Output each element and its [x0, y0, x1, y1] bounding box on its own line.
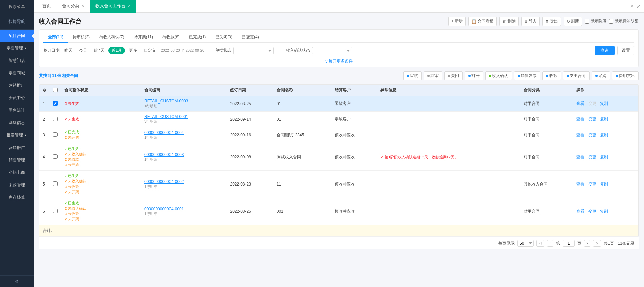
action-btn-purchase[interactable]: 采购 — [592, 71, 610, 80]
contract-code-link-1[interactable]: RETAIL_CUSTOM-0001 — [144, 114, 188, 119]
action-btn-review[interactable]: 审核 — [403, 71, 422, 80]
sidebar-nav-label[interactable]: 快捷导航 — [0, 17, 34, 27]
tab-close-contract-category[interactable]: ✕ — [81, 4, 84, 8]
tab-home[interactable]: 首页 — [37, 0, 56, 13]
refresh-button[interactable]: ↻ 刷新 — [564, 17, 582, 26]
sidebar-settings[interactable]: ⚙ — [0, 275, 34, 287]
action-变更-4[interactable]: 变更 — [588, 181, 596, 187]
row-checkbox-2[interactable] — [53, 132, 58, 137]
contract-code-link-0[interactable]: RETAIL_CUSTOM-0003 — [144, 99, 188, 104]
sidebar-item-retail-stat[interactable]: 零售统计 — [0, 104, 34, 117]
import-button[interactable]: ⬇ 导入 — [521, 17, 540, 26]
action-btn-collection[interactable]: 收款 — [542, 71, 561, 80]
sidebar-item-project[interactable]: 项目合同 — [0, 30, 34, 42]
row-checkbox-0[interactable] — [53, 101, 58, 106]
action-变更-2[interactable]: 变更 — [588, 132, 596, 138]
contract-code-link-5[interactable]: 0000000000004-0001 — [144, 207, 184, 211]
sidebar-item-marketing[interactable]: 营销推广 — [0, 79, 34, 92]
action-btn-expense-out[interactable]: 支出合同 — [563, 71, 590, 80]
date-option-last1month[interactable]: 近1月 — [108, 47, 125, 54]
action-变更-3[interactable]: 变更 — [588, 154, 596, 160]
date-option-today[interactable]: 今天 — [76, 47, 90, 54]
sidebar-search[interactable]: 搜索菜单 — [0, 0, 34, 14]
action-btn-income-confirm[interactable]: 收入确认 — [485, 71, 512, 80]
filter-tab-pending-confirm[interactable]: 待收入确认(7) — [94, 32, 129, 43]
show-details-checkbox[interactable]: 显示标的明细 — [609, 18, 639, 24]
per-page-select[interactable]: 102050100 — [517, 240, 534, 247]
income-confirm-select[interactable] — [312, 47, 352, 54]
action-复制-5[interactable]: 复制 — [600, 209, 608, 214]
window-close-icon[interactable]: ✕ — [630, 4, 634, 9]
tab-contract-category[interactable]: 合同分类✕ — [56, 0, 90, 13]
contract-code-link-2[interactable]: 0000000000004-0004 — [144, 130, 184, 135]
doc-status-select[interactable] — [233, 47, 274, 54]
contract-panel-button[interactable]: 📋 合同看板 — [468, 17, 497, 26]
sidebar-item-member[interactable]: 会员中心 — [0, 92, 34, 104]
sidebar-item-purchase[interactable]: 采购管理 — [0, 179, 34, 191]
action-复制-2[interactable]: 复制 — [600, 132, 608, 138]
row-code: RETAIL_CUSTOM-00013行明细 — [141, 112, 227, 127]
action-查看-1[interactable]: 查看 — [576, 116, 584, 122]
action-变更-5[interactable]: 变更 — [588, 209, 596, 214]
sidebar-item-basic-info[interactable]: 基础信息 — [0, 117, 34, 129]
action-btn-print[interactable]: 打开 — [465, 71, 483, 80]
tab-income-workbench[interactable]: 收入合同工作台✕ — [90, 0, 136, 13]
action-复制-0[interactable]: 复制 — [600, 101, 608, 107]
export-button[interactable]: ⬆ 导出 — [542, 17, 561, 26]
action-btn-abandon[interactable]: 弃审 — [424, 71, 442, 80]
contract-code-link-4[interactable]: 0000000000004-0002 — [144, 179, 184, 184]
action-btn-close[interactable]: 关闭 — [444, 71, 463, 80]
filter-tab-pending-review[interactable]: 待审核(2) — [68, 32, 94, 43]
filter-tab-pending-payment[interactable]: 待收款(8) — [158, 32, 184, 43]
delete-button[interactable]: 🗑 删除 — [499, 17, 519, 26]
sidebar-item-inventory[interactable]: 库存核算 — [0, 191, 34, 204]
first-page-button[interactable]: ⊲ — [536, 240, 544, 247]
row-checkbox-1[interactable] — [53, 117, 58, 121]
next-page-button[interactable]: › — [584, 240, 590, 247]
sidebar-item-retail[interactable]: 零售管理▲ — [0, 42, 34, 54]
action-查看-4[interactable]: 查看 — [576, 181, 584, 187]
show-stages-checkbox[interactable]: 显示阶段 — [585, 18, 606, 24]
new-button[interactable]: + 新增 — [448, 17, 466, 26]
sidebar-item-smart-store[interactable]: 智慧门店 — [0, 54, 34, 67]
action-复制-4[interactable]: 复制 — [600, 181, 608, 187]
sidebar-item-sales[interactable]: 销售管理 — [0, 154, 34, 166]
set-button[interactable]: 设置 — [617, 46, 634, 55]
date-option-last7[interactable]: 近7天 — [91, 47, 107, 54]
window-expand-icon[interactable]: ⤢ — [637, 4, 641, 9]
sidebar-item-retail-mall[interactable]: 零售商城 — [0, 67, 34, 79]
row-checkbox-5[interactable] — [53, 209, 58, 213]
sidebar-item-marketing2[interactable]: 营销推广 — [0, 141, 34, 154]
filter-tab-closed[interactable]: 已关闭(0) — [211, 32, 237, 43]
filter-tab-all[interactable]: 全部(11) — [43, 32, 68, 43]
filter-tab-pending-invoice[interactable]: 待开票(11) — [129, 32, 158, 43]
action-复制-1[interactable]: 复制 — [600, 116, 608, 122]
action-变更-1[interactable]: 变更 — [588, 116, 596, 122]
action-btn-sales-invoice[interactable]: 销售发票 — [514, 71, 540, 80]
sidebar-item-ecommerce[interactable]: 小畅电商 — [0, 166, 34, 179]
expand-filters-button[interactable]: ∨ 展开更多条件 — [325, 58, 353, 64]
action-查看-3[interactable]: 查看 — [576, 154, 584, 160]
action-btn-fee-out[interactable]: 费用支出 — [612, 71, 639, 80]
date-option-custom[interactable]: 自定义 — [141, 47, 159, 54]
filter-tab-completed[interactable]: 已完成(1) — [184, 32, 211, 43]
tab-close-income-workbench[interactable]: ✕ — [128, 4, 131, 8]
action-查看-0[interactable]: 查看 — [576, 101, 584, 107]
last-page-button[interactable]: ⊳ — [593, 240, 601, 247]
date-option-more[interactable]: 更多 — [126, 47, 140, 54]
page-input[interactable] — [563, 240, 575, 247]
action-查看-5[interactable]: 查看 — [576, 209, 584, 214]
date-option-yesterday[interactable]: 昨天 — [62, 47, 75, 54]
select-all-checkbox[interactable] — [53, 88, 58, 92]
prev-page-button[interactable]: ‹ — [547, 240, 553, 247]
row-checkbox-4[interactable] — [53, 181, 58, 186]
contract-code-link-3[interactable]: 0000000000004-0003 — [144, 152, 184, 157]
query-button[interactable]: 查询 — [595, 46, 615, 55]
filter-tab-changed[interactable]: 已变更(4) — [237, 32, 264, 43]
sidebar-item-label: 销售管理 — [9, 158, 25, 162]
action-查看-2[interactable]: 查看 — [576, 132, 584, 138]
action-复制-3[interactable]: 复制 — [600, 154, 608, 160]
status-text-4-0: 已生效 — [68, 174, 79, 178]
sidebar-item-wholesale[interactable]: 批发管理▲ — [0, 129, 34, 141]
row-checkbox-3[interactable] — [53, 154, 58, 159]
